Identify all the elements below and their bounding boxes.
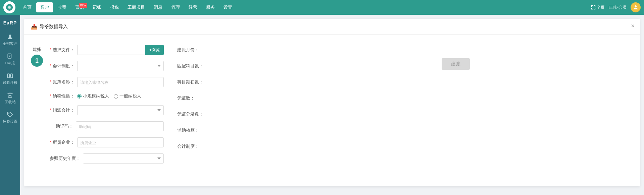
radio-small-taxpayer-input[interactable]	[77, 94, 82, 99]
nav-item-management[interactable]: 管理	[167, 2, 184, 12]
nav-item-business[interactable]: 工商项目	[123, 2, 149, 12]
svg-point-4	[9, 35, 11, 37]
accountant-row: * 指派会计：	[50, 105, 164, 115]
history-year-label: 参照历史年度：	[50, 155, 80, 161]
import-panel: 📤 导爷数据导入 × 建账 1 * 选择文件： +	[24, 19, 640, 186]
aux-accounting-row: 辅助核算：	[177, 125, 278, 135]
match-subject-row: 匹配科目数：	[177, 61, 278, 71]
file-input-group: +浏览	[77, 45, 164, 55]
nav-items: 首页 客户 收费 票据 new 记账 报税 工商项目 消息 管理 经营 服务 设…	[19, 2, 591, 12]
company-label: * 所属企业：	[50, 139, 75, 145]
nav-item-bookkeeping[interactable]: 记账	[89, 2, 105, 12]
step-section: 建账 1	[31, 45, 43, 164]
voucher-entry-row: 凭证分录数：	[177, 109, 278, 119]
main-layout: EaRP 全部客户 0申报 账套迁移 回收站 标签设置 📤 导爷数据导入	[0, 15, 644, 195]
period-initial-row: 科目期初数：	[177, 77, 278, 87]
accounting-system-select[interactable]	[77, 61, 164, 71]
nav-item-fee[interactable]: 收费	[54, 2, 70, 12]
top-nav: 首页 客户 收费 票据 new 记账 报税 工商项目 消息 管理 经营 服务 设…	[0, 0, 644, 15]
company-input[interactable]	[77, 137, 164, 147]
accounting-system-row: * 会计制度：	[50, 61, 164, 71]
nav-item-service[interactable]: 服务	[202, 2, 219, 12]
svg-rect-2	[609, 6, 613, 9]
svg-point-1	[8, 6, 10, 8]
nav-item-operation[interactable]: 经营	[185, 2, 201, 12]
browse-button[interactable]: +浏览	[145, 45, 164, 55]
sidebar-item-tag-settings-label: 标签设置	[3, 119, 17, 124]
panel-title: 导爷数据导入	[40, 24, 68, 30]
tax-type-label: * 纳税性质：	[50, 93, 75, 99]
voucher-row: 凭证数：	[177, 93, 278, 103]
month-label: 建账月份：	[177, 47, 207, 53]
nav-item-home[interactable]: 首页	[19, 2, 36, 12]
file-row: * 选择文件： +浏览	[50, 45, 164, 55]
nav-item-message[interactable]: 消息	[150, 2, 166, 12]
nav-item-settings[interactable]: 设置	[219, 2, 236, 12]
svg-rect-5	[8, 54, 11, 58]
sidebar-item-zero-report[interactable]: 0申报	[1, 50, 19, 68]
sidebar-item-recycle-bin-label: 回收站	[5, 100, 16, 105]
member-btn[interactable]: 畅会员	[609, 5, 627, 10]
radio-small-taxpayer[interactable]: 小规模纳税人	[77, 93, 109, 99]
member-label: 畅会员	[614, 5, 627, 10]
logo[interactable]	[3, 1, 15, 13]
accounting-system-label: * 会计制度：	[50, 63, 75, 69]
company-row: * 所属企业：	[50, 137, 164, 147]
sidebar-item-ledger-migration-label: 账套迁移	[3, 80, 17, 85]
accountant-select[interactable]	[77, 105, 164, 115]
period-initial-label: 科目期初数：	[177, 79, 207, 85]
radio-general-taxpayer-label: 一般纳税人	[119, 93, 141, 99]
sidebar-logo: EaRP	[1, 18, 19, 27]
tax-type-radio-group: 小规模纳税人 一般纳税人	[77, 93, 164, 99]
nav-item-customer[interactable]: 客户	[36, 2, 53, 12]
sidebar-item-all-customers-label: 全部客户	[3, 41, 17, 46]
month-row: 建账月份：	[177, 45, 278, 55]
panel-header: 📤 导爷数据导入 ×	[24, 19, 640, 35]
history-year-row: 参照历史年度：	[50, 153, 164, 164]
nav-item-invoice[interactable]: 票据 new	[71, 2, 88, 12]
tax-type-row: * 纳税性质： 小规模纳税人 一般纳税人	[50, 93, 164, 99]
aux-accounting-label: 辅助核算：	[177, 127, 207, 133]
svg-point-3	[635, 5, 637, 7]
avatar[interactable]	[631, 2, 641, 12]
form-right: 建账月份： 匹配科目数： 科目期初数： 凭证数：	[164, 45, 278, 164]
nav-right: 全屏 畅会员	[591, 2, 641, 12]
sidebar: EaRP 全部客户 0申报 账套迁移 回收站 标签设置	[0, 15, 20, 195]
svg-point-8	[8, 113, 9, 114]
sidebar-item-ledger-migration[interactable]: 账套迁移	[1, 70, 19, 88]
right-accounting-system-row: 会计制度：	[177, 141, 278, 151]
file-label: * 选择文件：	[50, 47, 75, 53]
memo-input[interactable]	[76, 121, 164, 131]
memo-row: 助记码：	[50, 121, 164, 131]
build-account-button[interactable]: 建账	[442, 58, 470, 70]
sidebar-item-tag-settings[interactable]: 标签设置	[1, 109, 19, 127]
radio-general-taxpayer-input[interactable]	[114, 94, 118, 99]
file-input[interactable]	[77, 45, 145, 55]
new-badge: new	[79, 3, 87, 8]
fullscreen-btn[interactable]: 全屏	[591, 5, 605, 10]
sidebar-item-zero-report-label: 0申报	[5, 61, 15, 66]
match-subject-label: 匹配科目数：	[177, 63, 207, 69]
step-circle: 1	[31, 55, 43, 67]
ledger-name-row: * 账簿名称：	[50, 77, 164, 87]
close-button[interactable]: ×	[631, 23, 635, 29]
step-label: 建账	[33, 47, 41, 53]
import-icon: 📤	[31, 23, 38, 30]
content-area: 📤 导爷数据导入 × 建账 1 * 选择文件： +	[20, 15, 644, 195]
ledger-name-label: * 账簿名称：	[50, 79, 75, 85]
right-accounting-system-label: 会计制度：	[177, 143, 207, 149]
voucher-label: 凭证数：	[177, 95, 207, 101]
memo-label: 助记码：	[50, 123, 73, 129]
ledger-name-input[interactable]	[77, 77, 164, 87]
form-left: * 选择文件： +浏览 * 会计制度：	[50, 45, 164, 164]
sidebar-item-all-customers[interactable]: 全部客户	[1, 31, 19, 49]
history-year-select[interactable]	[83, 153, 164, 164]
nav-item-tax[interactable]: 报税	[106, 2, 123, 12]
svg-rect-6	[8, 74, 10, 78]
sidebar-item-recycle-bin[interactable]: 回收站	[1, 89, 19, 107]
accountant-label: * 指派会计：	[50, 107, 75, 113]
build-btn-area: 建账	[278, 45, 633, 164]
radio-general-taxpayer[interactable]: 一般纳税人	[114, 93, 141, 99]
fullscreen-label: 全屏	[597, 5, 605, 10]
voucher-entry-label: 凭证分录数：	[177, 111, 207, 117]
